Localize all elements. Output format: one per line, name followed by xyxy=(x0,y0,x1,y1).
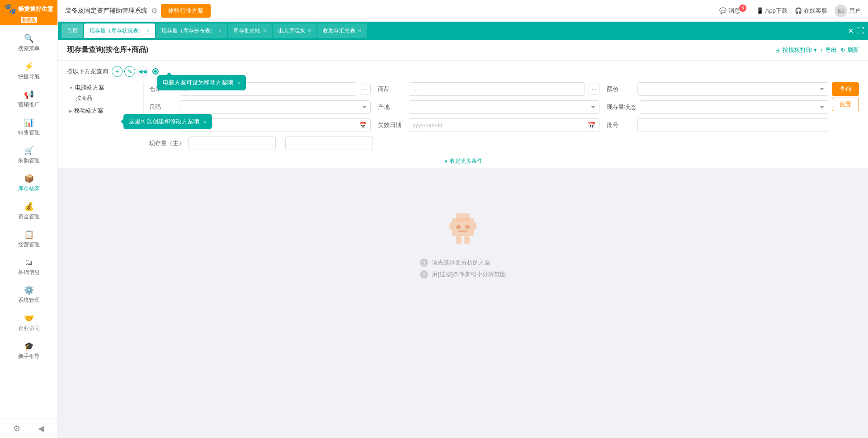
empty-illustration xyxy=(440,204,486,250)
header-settings-icon[interactable]: ⚙ xyxy=(151,6,157,15)
empty-step-1: 1 请先选择要分析的方案 xyxy=(420,259,505,267)
tab-inventory-dist-close[interactable]: × xyxy=(218,28,222,34)
tab-batch-account[interactable]: 库存批次账 × xyxy=(228,24,272,38)
user-avatar-btn[interactable]: Ea 用户 xyxy=(835,5,861,17)
stock-status-select[interactable] xyxy=(640,100,828,114)
tab-bar-right: ✕ ⛶ xyxy=(848,27,864,35)
tab-bar: 首页 现存量（库存状况表） × 现存量（库存分布表） × 库存批次账 × 出入库… xyxy=(58,22,868,40)
tab-in-out-flow-close[interactable]: × xyxy=(308,28,311,34)
stock-main-label: 现存量（主） xyxy=(149,139,184,147)
sidebar-bottom: ⚙ ◀ xyxy=(0,419,57,438)
sidebar-item-guide[interactable]: 🎓 新手引导 xyxy=(0,337,57,365)
query-btn[interactable]: 查询 xyxy=(832,82,859,96)
header-left: 装备及固定资产辅助管理系统 ⚙ 体验行业方案 xyxy=(65,4,211,18)
sidebar-item-quick-nav[interactable]: ⚡ 快捷导航 xyxy=(0,57,57,85)
pc-group-label: 电脑端方案 xyxy=(75,84,104,92)
tab-recv-summary-label: 收发存汇总表 xyxy=(323,27,355,35)
origin-label: 产地 xyxy=(378,103,405,111)
sidebar-item-finance[interactable]: 💰 资金管理 xyxy=(0,197,57,225)
message-badge: 6 xyxy=(739,5,746,12)
page-header: 现存量查询(按仓库+商品) 🖨 按模板打印 ▾ ↑ 导出 ↻ 刷新 xyxy=(58,40,868,61)
stock-main-separator: — xyxy=(278,140,283,147)
collapse-bar[interactable]: ∧ 收起更多条件 xyxy=(67,155,859,168)
warehouse-dots-btn[interactable]: ··· xyxy=(360,84,371,94)
svg-rect-8 xyxy=(464,236,470,244)
scheme-item-goods[interactable]: 按商品 xyxy=(67,93,138,104)
system-icon: ⚙️ xyxy=(24,285,34,295)
color-select[interactable] xyxy=(637,82,828,96)
settings-bottom-btn[interactable]: ⚙ xyxy=(13,424,20,433)
svg-rect-6 xyxy=(473,222,476,230)
empty-state: 1 请先选择要分析的方案 2 用[过滤]条件来缩小分析范围 xyxy=(58,168,868,318)
sidebar-item-inventory[interactable]: 📦 库存核算 xyxy=(0,169,57,197)
tab-batch-account-label: 库存批次账 xyxy=(233,27,260,35)
field-stock-main: 现存量（主） — xyxy=(149,137,373,150)
industry-plan-btn[interactable]: 体验行业方案 xyxy=(161,4,211,18)
sidebar-item-label: 快捷导航 xyxy=(18,73,40,80)
tab-home[interactable]: 首页 xyxy=(61,24,83,38)
tab-maximize-icon[interactable]: ⛶ xyxy=(857,27,864,35)
color-label: 颜色 xyxy=(607,85,634,93)
finance-icon: 💰 xyxy=(24,202,34,212)
stock-main-min[interactable] xyxy=(188,137,276,150)
sidebar-item-sales[interactable]: 📊 销售管理 xyxy=(0,113,57,141)
main-content: 装备及固定资产辅助管理系统 ⚙ 体验行业方案 💬 消息 6 📱 App下载 🎧 … xyxy=(58,0,868,438)
message-btn[interactable]: 💬 消息 6 xyxy=(719,7,749,15)
add-scheme-btn[interactable]: + xyxy=(112,66,123,77)
sidebar-item-label: 系统管理 xyxy=(18,297,40,304)
origin-select[interactable] xyxy=(409,100,599,114)
sidebar-item-search-menu[interactable]: 🔍 搜索菜单 xyxy=(0,29,57,57)
tab-close-all-icon[interactable]: ✕ xyxy=(848,27,854,35)
sidebar-item-marketing[interactable]: 📢 营销推广 xyxy=(0,85,57,113)
tab-inventory-status-close[interactable]: × xyxy=(146,28,150,34)
svg-rect-5 xyxy=(449,222,453,230)
scheme-tooltip: 电脑方案可设为移动方案哦 × xyxy=(157,75,246,90)
sidebar-item-label: 采购管理 xyxy=(18,157,40,165)
inventory-icon: 📦 xyxy=(24,174,34,184)
step-2-text: 用[过滤]条件来缩小分析范围 xyxy=(432,270,505,278)
tab-in-out-flow[interactable]: 出入库流水 × xyxy=(273,24,316,38)
modify-tooltip-close[interactable]: × xyxy=(203,118,207,125)
edit-scheme-btn[interactable]: ✎ xyxy=(124,66,135,77)
goods-dots-btn[interactable]: ··· xyxy=(589,84,599,94)
size-label: 尺码 xyxy=(149,103,176,111)
tab-recv-summary-close[interactable]: × xyxy=(358,28,361,34)
back-scheme-btn[interactable]: ◀◀ xyxy=(137,66,148,77)
tab-batch-account-close[interactable]: × xyxy=(263,28,266,34)
app-download-btn[interactable]: 📱 App下载 xyxy=(756,7,788,15)
sidebar-item-label: 经营管理 xyxy=(18,241,40,249)
stock-status-label: 现存量状态 xyxy=(607,103,636,111)
stock-main-max[interactable] xyxy=(285,137,373,150)
step-1-text: 请先选择要分析的方案 xyxy=(432,259,491,267)
tab-recv-summary[interactable]: 收发存汇总表 × xyxy=(317,24,367,38)
scheme-section: ▼ 电脑端方案 按商品 ▶ 移动端方案 xyxy=(67,82,144,118)
expiry-date-calendar-icon: 📅 xyxy=(588,122,595,129)
tab-inventory-dist[interactable]: 现存量（库存分布表） × xyxy=(156,24,227,38)
production-date-calendar-icon: 📅 xyxy=(359,122,367,129)
refresh-btn[interactable]: ↻ 刷新 xyxy=(840,46,859,54)
scheme-group-pc-header[interactable]: ▼ 电脑端方案 xyxy=(67,82,138,93)
batch-no-input[interactable] xyxy=(637,118,828,132)
online-support-btn[interactable]: 🎧 在线客服 xyxy=(795,7,827,15)
filter-fields: 仓库 ··· 商品 ··· 颜色 xyxy=(149,82,828,155)
collapse-sidebar-btn[interactable]: ◀ xyxy=(38,424,44,433)
scheme-item-label: 按商品 xyxy=(76,95,92,101)
purchase-icon: 🛒 xyxy=(24,146,34,155)
reset-btn[interactable]: 设置 xyxy=(832,98,859,111)
size-select[interactable] xyxy=(180,100,371,114)
tab-inventory-status[interactable]: 现存量（库存状况表） × xyxy=(84,24,155,38)
sidebar-item-base[interactable]: 🗂 基础信息 xyxy=(0,253,57,281)
print-btn[interactable]: 🖨 按模板打印 ▾ xyxy=(775,46,817,54)
export-btn[interactable]: ↑ 导出 xyxy=(821,46,837,54)
field-color: 颜色 xyxy=(607,82,828,96)
sidebar-item-operations[interactable]: 📋 经营管理 xyxy=(0,225,57,253)
system-title: 装备及固定资产辅助管理系统 xyxy=(65,7,147,15)
goods-input[interactable] xyxy=(409,82,585,96)
expiry-date-picker[interactable]: yyyy-mm-dd 📅 xyxy=(409,118,599,132)
scheme-tooltip-close[interactable]: × xyxy=(237,80,241,86)
sidebar-item-purchase[interactable]: 🛒 采购管理 xyxy=(0,141,57,169)
expiry-date-placeholder: yyyy-mm-dd xyxy=(413,122,442,128)
sidebar-item-enterprise[interactable]: 🤝 企业协同 xyxy=(0,309,57,337)
sidebar-item-system[interactable]: ⚙️ 系统管理 xyxy=(0,281,57,309)
refresh-label: 刷新 xyxy=(847,46,859,54)
